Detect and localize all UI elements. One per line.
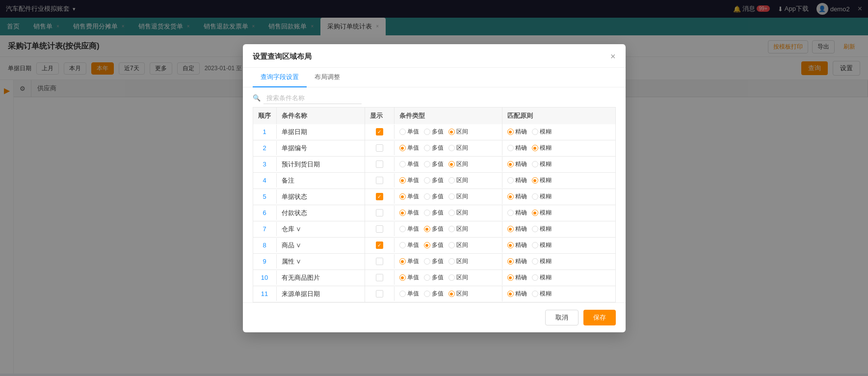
match-type-radio-opt[interactable]: 模糊 bbox=[532, 176, 552, 185]
match-type-radio-opt[interactable]: 精确 bbox=[507, 192, 527, 201]
match-type-radio-opt[interactable]: 精确 bbox=[507, 273, 527, 282]
match-type-radio-opt[interactable]: 精确 bbox=[507, 257, 527, 266]
cond-type-radio-opt[interactable]: 多值 bbox=[424, 290, 444, 298]
match-type-radio-opt[interactable]: 模糊 bbox=[532, 241, 552, 249]
show-checkbox[interactable] bbox=[376, 209, 383, 216]
radio-circle bbox=[507, 274, 514, 281]
radio-label: 多值 bbox=[432, 209, 444, 217]
match-type-radio-opt[interactable]: 模糊 bbox=[532, 192, 552, 201]
radio-label: 单值 bbox=[407, 241, 419, 249]
cond-type-radio-opt[interactable]: 区间 bbox=[448, 257, 468, 266]
modal-tab-layout[interactable]: 布局调整 bbox=[307, 68, 348, 87]
match-type-radio-opt[interactable]: 模糊 bbox=[532, 160, 552, 168]
cell-show[interactable] bbox=[365, 206, 395, 220]
match-type-radio-opt[interactable]: 精确 bbox=[507, 144, 527, 152]
cell-show[interactable] bbox=[365, 125, 395, 139]
cond-type-radio-opt[interactable]: 单值 bbox=[399, 241, 419, 249]
match-type-radio-opt[interactable]: 精确 bbox=[507, 128, 527, 136]
cond-type-radio-opt[interactable]: 单值 bbox=[399, 128, 419, 136]
cond-type-radio-opt[interactable]: 多值 bbox=[424, 192, 444, 201]
radio-label: 精确 bbox=[515, 257, 527, 266]
show-checkbox[interactable] bbox=[376, 161, 383, 168]
cell-show[interactable] bbox=[365, 254, 395, 269]
cell-show[interactable] bbox=[365, 270, 395, 285]
cond-type-radio-opt[interactable]: 单值 bbox=[399, 273, 419, 282]
cond-type-radio-opt[interactable]: 多值 bbox=[424, 257, 444, 266]
show-checkbox[interactable] bbox=[376, 177, 383, 184]
radio-label: 单值 bbox=[407, 192, 419, 201]
cond-type-radio-opt[interactable]: 区间 bbox=[448, 225, 468, 233]
cond-type-radio-opt[interactable]: 区间 bbox=[448, 241, 468, 249]
cond-type-radio-opt[interactable]: 多值 bbox=[424, 225, 444, 233]
cond-type-radio-opt[interactable]: 区间 bbox=[448, 290, 468, 298]
match-type-radio-opt[interactable]: 模糊 bbox=[532, 225, 552, 233]
match-type-radio-opt[interactable]: 精确 bbox=[507, 241, 527, 249]
radio-circle bbox=[532, 145, 538, 151]
cond-type-radio-opt[interactable]: 单值 bbox=[399, 257, 419, 266]
cond-type-radio-opt[interactable]: 区间 bbox=[448, 209, 468, 217]
radio-circle bbox=[532, 274, 538, 281]
radio-circle bbox=[424, 193, 430, 200]
show-checkbox[interactable] bbox=[376, 128, 383, 135]
show-checkbox[interactable] bbox=[376, 290, 383, 297]
cond-type-radio-opt[interactable]: 多值 bbox=[424, 144, 444, 152]
radio-label: 多值 bbox=[432, 192, 444, 201]
cond-type-radio-opt[interactable]: 区间 bbox=[448, 144, 468, 152]
cond-type-radio-opt[interactable]: 区间 bbox=[448, 273, 468, 282]
cell-show[interactable] bbox=[365, 287, 395, 301]
match-type-radio-opt[interactable]: 模糊 bbox=[532, 209, 552, 217]
cell-show[interactable] bbox=[365, 157, 395, 171]
radio-circle bbox=[532, 226, 538, 232]
show-checkbox[interactable] bbox=[376, 258, 383, 265]
radio-circle bbox=[448, 193, 455, 200]
modal-table-row: 6付款状态单值多值区间精确模糊 bbox=[253, 205, 616, 221]
cond-type-radio-opt[interactable]: 单值 bbox=[399, 144, 419, 152]
cond-type-radio-opt[interactable]: 区间 bbox=[448, 128, 468, 136]
match-type-radio-opt[interactable]: 精确 bbox=[507, 176, 527, 185]
cond-type-radio-opt[interactable]: 多值 bbox=[424, 241, 444, 249]
match-type-radio-opt[interactable]: 模糊 bbox=[532, 290, 552, 298]
cond-type-radio-opt[interactable]: 单值 bbox=[399, 176, 419, 185]
cell-match-rule: 精确模糊 bbox=[502, 173, 601, 188]
cond-type-radio-opt[interactable]: 多值 bbox=[424, 176, 444, 185]
cond-type-radio-opt[interactable]: 区间 bbox=[448, 160, 468, 168]
cell-show[interactable] bbox=[365, 141, 395, 155]
cond-type-radio-opt[interactable]: 单值 bbox=[399, 290, 419, 298]
show-checkbox[interactable] bbox=[376, 193, 383, 200]
cell-order: 9 bbox=[253, 254, 277, 269]
match-type-radio-opt[interactable]: 精确 bbox=[507, 290, 527, 298]
cond-type-radio-opt[interactable]: 单值 bbox=[399, 192, 419, 201]
cond-type-radio-opt[interactable]: 单值 bbox=[399, 160, 419, 168]
cell-show[interactable] bbox=[365, 189, 395, 204]
cell-name: 备注 bbox=[277, 173, 365, 188]
match-type-radio-opt[interactable]: 模糊 bbox=[532, 257, 552, 266]
search-input[interactable] bbox=[263, 92, 362, 104]
cell-show[interactable] bbox=[365, 238, 395, 252]
cond-type-radio-opt[interactable]: 区间 bbox=[448, 176, 468, 185]
cond-type-radio-opt[interactable]: 多值 bbox=[424, 128, 444, 136]
match-type-radio-opt[interactable]: 模糊 bbox=[532, 273, 552, 282]
cond-type-radio-opt[interactable]: 多值 bbox=[424, 160, 444, 168]
modal-close-button[interactable]: × bbox=[610, 52, 616, 61]
cond-type-radio-opt[interactable]: 多值 bbox=[424, 273, 444, 282]
modal-tab-query-fields[interactable]: 查询字段设置 bbox=[253, 68, 307, 87]
match-type-radio-opt[interactable]: 精确 bbox=[507, 225, 527, 233]
cond-type-radio-opt[interactable]: 多值 bbox=[424, 209, 444, 217]
show-checkbox[interactable] bbox=[376, 144, 383, 152]
radio-circle bbox=[448, 242, 455, 248]
cancel-button[interactable]: 取消 bbox=[545, 310, 579, 325]
match-type-radio-opt[interactable]: 模糊 bbox=[532, 144, 552, 152]
match-type-radio-opt[interactable]: 精确 bbox=[507, 209, 527, 217]
save-button[interactable]: 保存 bbox=[583, 310, 616, 325]
modal-header: 设置查询区域布局 × bbox=[243, 44, 626, 68]
cond-type-radio-opt[interactable]: 区间 bbox=[448, 192, 468, 201]
match-type-radio-opt[interactable]: 模糊 bbox=[532, 128, 552, 136]
cell-show[interactable] bbox=[365, 173, 395, 188]
cond-type-radio-opt[interactable]: 单值 bbox=[399, 209, 419, 217]
cond-type-radio-opt[interactable]: 单值 bbox=[399, 225, 419, 233]
show-checkbox[interactable] bbox=[376, 274, 383, 281]
show-checkbox[interactable] bbox=[376, 225, 383, 233]
match-type-radio-opt[interactable]: 精确 bbox=[507, 160, 527, 168]
cell-show[interactable] bbox=[365, 222, 395, 236]
show-checkbox[interactable] bbox=[376, 242, 383, 249]
